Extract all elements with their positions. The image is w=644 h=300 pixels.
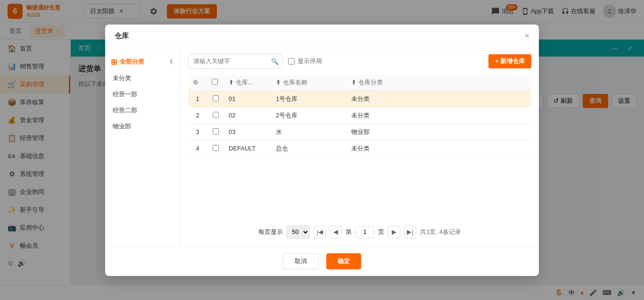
th-code: ⬆ 仓库...: [224, 75, 271, 91]
select-all-checkbox[interactable]: [212, 79, 218, 85]
modal-close-button[interactable]: ×: [524, 31, 529, 41]
page-first-button[interactable]: |◀: [314, 226, 326, 238]
add-warehouse-button[interactable]: + 新增仓库: [488, 54, 531, 68]
row-cat: 物业部: [347, 124, 403, 140]
page-total-info: 共1页, 4条记录: [420, 228, 461, 236]
row-code: 02: [224, 107, 271, 124]
modal-overlay: 仓库 × ⊞ 全部分类 《 未分类 经营一部 经营二部: [0, 0, 644, 300]
confirm-button[interactable]: 确定: [326, 253, 361, 269]
page-size-select[interactable]: 50: [287, 225, 310, 239]
row-more: [403, 124, 531, 140]
search-wrap: 🔍: [188, 54, 282, 69]
warehouse-modal: 仓库 × ⊞ 全部分类 《 未分类 经营一部 经营二部: [105, 25, 539, 276]
page-input[interactable]: [355, 226, 374, 238]
row-num: 3: [188, 124, 207, 140]
th-check: [207, 75, 224, 91]
row-checkbox[interactable]: [213, 95, 219, 101]
table-area: 🔍 显示停用 + 新增仓库 ⚙: [181, 48, 539, 246]
show-disabled-checkbox[interactable]: [288, 58, 295, 65]
th-cat: ⬆ 仓库分类: [347, 75, 403, 91]
table-row[interactable]: 3 03 水 物业部: [188, 124, 531, 140]
cat-item-property[interactable]: 物业部: [105, 118, 180, 134]
page-last-button[interactable]: ▶|: [404, 226, 416, 238]
row-num: 2: [188, 107, 207, 124]
row-code: 03: [224, 124, 271, 140]
row-cat: 未分类: [347, 140, 403, 157]
table-row[interactable]: 2 02 2号仓库 未分类: [188, 107, 531, 124]
modal-title: 仓库: [115, 32, 129, 41]
row-num: 4: [188, 140, 207, 157]
row-num: 1: [188, 91, 207, 107]
modal-body: ⊞ 全部分类 《 未分类 经营一部 经营二部 物业部: [105, 48, 539, 246]
row-more: [403, 107, 531, 124]
page-next-button[interactable]: ▶: [388, 226, 400, 238]
table-row[interactable]: 1 01 1号仓库 未分类 ···: [188, 91, 531, 107]
category-sidebar: ⊞ 全部分类 《 未分类 经营一部 经营二部 物业部: [105, 48, 181, 246]
cat-item-ops2[interactable]: 经营二部: [105, 102, 180, 118]
row-more: [403, 140, 531, 157]
table-head: ⚙ ⬆ 仓库... ⬆ 仓库名称: [188, 75, 531, 91]
cat-item-unclassified[interactable]: 未分类: [105, 70, 180, 86]
th-gear: ⚙: [188, 75, 207, 91]
all-categories-item[interactable]: ⊞ 全部分类 《: [105, 54, 180, 70]
row-checkbox[interactable]: [213, 112, 219, 118]
row-name: 1号仓库: [271, 91, 347, 107]
modal-header: 仓库 ×: [105, 25, 539, 48]
row-name: 水: [271, 124, 347, 140]
table-body: 1 01 1号仓库 未分类 ··· 2 02 2号仓库 未分类: [188, 91, 531, 157]
row-name: 2号仓库: [271, 107, 347, 124]
table-toolbar: 🔍 显示停用 + 新增仓库: [188, 54, 531, 69]
search-icon: 🔍: [271, 58, 279, 65]
cancel-button[interactable]: 取消: [283, 253, 319, 269]
warehouse-table: ⚙ ⬆ 仓库... ⬆ 仓库名称: [188, 75, 531, 157]
row-cat: 未分类: [347, 107, 403, 124]
row-more: ···: [403, 91, 531, 107]
row-cat: 未分类: [347, 91, 403, 107]
table-head-row: ⚙ ⬆ 仓库... ⬆ 仓库名称: [188, 75, 531, 91]
modal-footer: 取消 确定: [105, 246, 539, 276]
row-code: 01: [224, 91, 271, 107]
th-name: ⬆ 仓库名称: [271, 75, 347, 91]
table-row[interactable]: 4 DEFAULT 总仓 未分类: [188, 140, 531, 157]
sidebar-collapse-button[interactable]: 《: [167, 58, 173, 66]
row-checkbox[interactable]: [213, 128, 219, 134]
search-input[interactable]: [188, 54, 282, 69]
pagination: 每页显示 50 |◀ ◀ 第 页 ▶ ▶| 共1页, 4条记录: [188, 220, 531, 241]
cat-item-ops1[interactable]: 经营一部: [105, 86, 180, 102]
row-code: DEFAULT: [224, 140, 271, 157]
row-name: 总仓: [271, 140, 347, 157]
th-actions: [403, 75, 531, 91]
page-prev-button[interactable]: ◀: [330, 226, 342, 238]
row-checkbox[interactable]: [213, 145, 219, 151]
show-disabled-wrap: 显示停用: [288, 57, 322, 66]
